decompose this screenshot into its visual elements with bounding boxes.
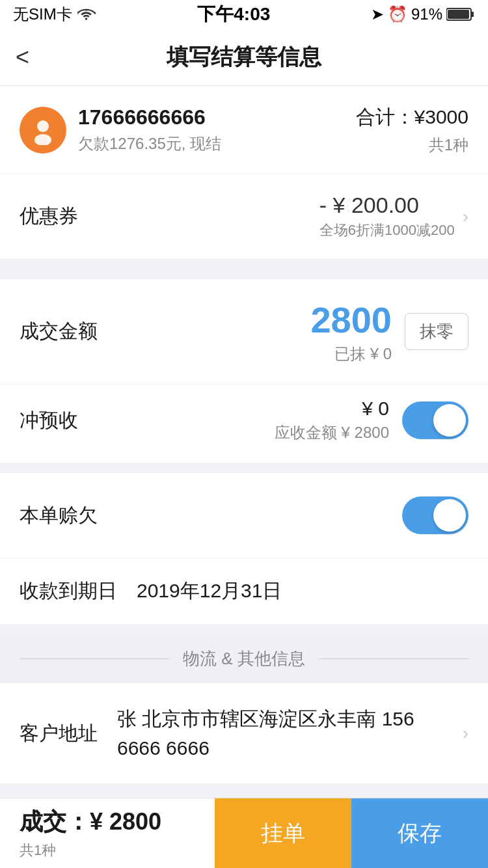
- bottom-deal: 成交：¥ 2800: [20, 806, 195, 838]
- coupon-label: 优惠券: [20, 203, 78, 230]
- bottom-deal-label: 成交：: [20, 808, 90, 835]
- amount-row: 成交金额 2800 已抹 ¥ 0 抹零: [0, 279, 488, 384]
- address-value: 张 北京市市辖区海淀区永丰南 156 6666 6666: [117, 704, 463, 763]
- battery-level: 91%: [411, 5, 442, 23]
- total-amount: 合计：¥3000: [356, 104, 468, 131]
- status-time: 下午4:03: [197, 2, 270, 27]
- divider-1: [0, 269, 488, 279]
- amount-value: 2800: [310, 299, 392, 341]
- due-date-label: 收款到期日: [20, 578, 117, 604]
- address-chevron-icon: ›: [463, 723, 468, 744]
- amount-sub: 已抹 ¥ 0: [310, 344, 392, 364]
- amount-section: 成交金额 2800 已抹 ¥ 0 抹零 冲预收 ¥ 0 应收金额 ¥ 2800: [0, 279, 488, 463]
- no-sim-text: 无SIM卡: [13, 4, 72, 25]
- svg-rect-1: [471, 12, 474, 17]
- customer-section: 17666666666 欠款1276.35元, 现结 合计：¥3000 共1种 …: [0, 86, 488, 258]
- coupon-info: - ¥ 200.00 全场6折满1000减200: [319, 193, 455, 240]
- location-icon: ➤: [371, 5, 384, 23]
- svg-rect-2: [448, 10, 469, 19]
- divider-2: [0, 463, 488, 473]
- bad-debt-label: 本单赊欠: [20, 502, 98, 529]
- address-section: 客户地址 张 北京市市辖区海淀区永丰南 156 6666 6666 ›: [0, 683, 488, 783]
- coupon-discount: - ¥ 200.00: [319, 193, 455, 218]
- bottom-summary: 成交：¥ 2800 共1种: [0, 798, 215, 868]
- bad-debt-row: 本单赊欠: [0, 473, 488, 558]
- customer-info: 17666666666 欠款1276.35元, 现结: [78, 105, 221, 154]
- sep-line-right: [318, 658, 468, 659]
- battery-icon: [446, 7, 475, 21]
- due-date-row: 收款到期日 2019年12月31日: [0, 558, 488, 624]
- amount-label: 成交金额: [20, 318, 98, 345]
- bottom-count: 共1种: [20, 841, 195, 860]
- precollect-value: ¥ 0 应收金额 ¥ 2800: [275, 398, 389, 443]
- customer-left: 17666666666 欠款1276.35元, 现结: [20, 105, 221, 154]
- status-right: ➤ ⏰ 91%: [371, 5, 475, 23]
- amount-right: 2800 已抹 ¥ 0 抹零: [310, 299, 468, 364]
- back-button[interactable]: <: [16, 44, 29, 71]
- bottom-deal-amount: ¥ 2800: [90, 808, 161, 835]
- bad-debt-toggle[interactable]: [402, 496, 468, 534]
- precollect-row: 冲预收 ¥ 0 应收金额 ¥ 2800: [0, 384, 488, 463]
- status-left: 无SIM卡: [13, 4, 97, 25]
- bottom-bar: 成交：¥ 2800 共1种 挂单 保存: [0, 798, 488, 868]
- logistics-separator: 物流 & 其他信息: [0, 634, 488, 683]
- customer-debt: 欠款1276.35元, 现结: [78, 133, 221, 154]
- page-title: 填写结算等信息: [167, 42, 321, 72]
- avatar: [20, 107, 66, 154]
- precollect-amount: ¥ 0: [275, 398, 389, 420]
- coupon-right: - ¥ 200.00 全场6折满1000减200 ›: [319, 193, 468, 240]
- due-date-value: 2019年12月31日: [137, 578, 282, 604]
- customer-row: 17666666666 欠款1276.35元, 现结 合计：¥3000 共1种: [0, 86, 488, 174]
- round-button[interactable]: 抹零: [405, 313, 468, 350]
- customer-total: 合计：¥3000 共1种: [356, 104, 468, 156]
- save-button[interactable]: 保存: [351, 798, 488, 868]
- customer-phone: 17666666666: [78, 105, 221, 129]
- svg-point-4: [37, 120, 49, 132]
- alarm-icon: ⏰: [388, 5, 407, 23]
- wifi-icon: [77, 7, 97, 21]
- address-label: 客户地址: [20, 720, 98, 747]
- sep-text: 物流 & 其他信息: [183, 647, 305, 670]
- sep-line-left: [20, 658, 170, 659]
- address-row[interactable]: 客户地址 张 北京市市辖区海淀区永丰南 156 6666 6666 ›: [0, 683, 488, 783]
- coupon-desc: 全场6折满1000减200: [319, 221, 455, 240]
- nav-bar: < 填写结算等信息: [0, 29, 488, 86]
- precollect-label: 冲预收: [20, 407, 78, 434]
- toggle-knob: [433, 404, 466, 437]
- precollect-sub: 应收金额 ¥ 2800: [275, 422, 389, 443]
- coupon-row[interactable]: 优惠券 - ¥ 200.00 全场6折满1000减200 ›: [0, 174, 488, 258]
- bad-debt-toggle-knob: [433, 499, 466, 532]
- coupon-chevron-icon: ›: [463, 206, 468, 227]
- precollect-toggle[interactable]: [402, 401, 468, 439]
- avatar-icon: [28, 115, 58, 145]
- bad-debt-section: 本单赊欠 收款到期日 2019年12月31日: [0, 473, 488, 624]
- amount-info: 2800 已抹 ¥ 0: [310, 299, 392, 364]
- hang-button[interactable]: 挂单: [215, 798, 351, 868]
- precollect-right: ¥ 0 应收金额 ¥ 2800: [275, 398, 468, 443]
- total-count: 共1种: [356, 135, 468, 156]
- status-bar: 无SIM卡 下午4:03 ➤ ⏰ 91%: [0, 0, 488, 29]
